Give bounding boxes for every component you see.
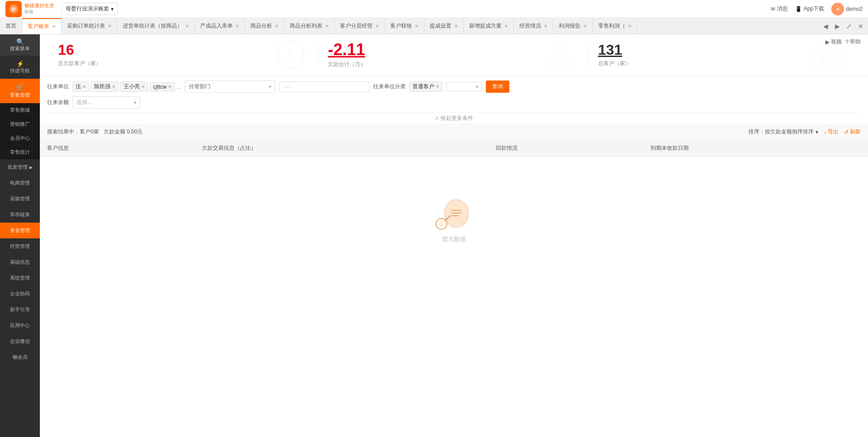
sidebar-item-retail-stats[interactable]: 零售统计 [0,145,40,159]
tab-promotion-settings[interactable]: 提成设置 ✕ [424,18,464,34]
col-overdue-date: 到期未收款日期 [643,140,868,157]
logo-text: 畅捷通好生意 [24,3,54,9]
sort-selector[interactable]: 排序：按欠款金额倒序排序 ▾ [748,128,818,136]
tab-customer-segment[interactable]: 客户分层经营 ✕ [335,18,385,34]
account-selector[interactable]: 母婴行业演示账套 ▾ [62,3,118,15]
message-btn[interactable]: ✉ 消息 [771,5,788,13]
tab-product-analysis[interactable]: 商品分析 ✕ [245,18,284,34]
search-icon: 🔍 [4,38,36,45]
tab-expand-btn[interactable]: ⤢ [844,21,854,32]
person-select[interactable]: ··· [279,81,369,92]
tab-product-in[interactable]: 产成品入库单 ✕ [195,18,245,34]
export-btn[interactable]: ↓ 导出 [824,128,839,136]
unit-class-chevron-icon: ▾ [476,84,478,89]
tab-customer-contact[interactable]: 客户联络 ✕ [385,18,424,34]
sidebar-item-member[interactable]: 会员中心 [0,131,40,145]
tab-close-icon[interactable]: ✕ [454,24,458,28]
empty-illustration [432,193,477,235]
tab-close-icon[interactable]: ✕ [52,24,56,29]
tab-close-icon[interactable]: ✕ [325,24,329,28]
export-icon: ↓ [824,129,826,135]
logo-icon: 好 [5,1,22,17]
sidebar-item-ecommerce[interactable]: 电商管理 [0,175,40,191]
filter-tag-more-btn[interactable]: ... [177,84,181,90]
tab-scroll-right-btn[interactable]: ▶ [832,21,843,32]
sidebar-item-enterprise-wechat[interactable]: 企业微信 [0,333,40,349]
tab-close-icon[interactable]: ✕ [415,24,418,28]
filter-unit-tags: 伍 ✕ 陈民强 ✕ 王小亮 ✕ cjttcw ✕ ... [72,81,181,92]
filter-tag-cjttcw[interactable]: cjttcw ✕ [150,82,175,91]
query-button[interactable]: 查询 [486,81,509,93]
filter-tag-chen[interactable]: 陈民强 ✕ [91,81,119,92]
total-customers-label: 总欠款客户（家） [58,60,310,67]
collapse-bar[interactable]: ∧ 收起更多条件 [47,112,861,124]
unit-class-select[interactable]: ▾ [446,82,482,91]
filter-row-1: 往来单位 伍 ✕ 陈民强 ✕ 王小亮 ✕ cjttcw [47,81,861,93]
col-repayment: 回款情况 [489,140,643,157]
sidebar-item-inventory[interactable]: 库存核算 [0,207,40,223]
tab-close-all-btn[interactable]: ✕ [855,21,866,32]
filter-tag-wang[interactable]: 王小亮 ✕ [120,81,148,92]
sidebar-item-wholesale-mgmt[interactable]: 批发管理 ▶ [0,159,40,175]
tag-close-icon[interactable]: ✕ [168,84,172,89]
sidebar-item-operations[interactable]: 经营管理 [0,238,40,254]
tab-close-icon[interactable]: ✕ [375,24,379,28]
sidebar-item-system[interactable]: 系统管理 [0,270,40,286]
dept-select[interactable]: 分管部门 ▾ [185,81,275,93]
balance-chevron-icon: ▾ [134,100,136,105]
tab-purchase-order[interactable]: 采购订单统计表 ✕ [62,18,117,34]
results-actions: 排序：按欠款金额倒序排序 ▾ ↓ 导出 ↺ 刷新 [748,128,861,136]
filter-tag-wu[interactable]: 伍 ✕ [72,81,89,92]
tab-close-icon[interactable]: ✕ [108,24,111,28]
tab-close-icon[interactable]: ✕ [628,24,632,28]
sort-chevron-icon: ▾ [815,129,818,135]
tab-close-icon[interactable]: ✕ [185,24,189,28]
app-download-btn[interactable]: 📱 App下载 [795,5,824,13]
sidebar-item-enterprise-collab[interactable]: 企业协同 [0,286,40,302]
stat-total-customers: ¥ 16 总欠款客户（家） [49,43,319,67]
tab-incoming-stats[interactable]: 进货单统计表（按商品） ✕ [117,18,195,34]
sidebar-search[interactable]: 🔍 搜索菜单 [0,34,40,56]
person-more-icon[interactable]: ··· [285,84,289,90]
customers-bg-icon: ¥ [276,40,305,70]
tab-home[interactable]: 首页 [0,18,22,34]
tab-customer-account[interactable]: 客户账本 ✕ [22,18,62,34]
sidebar-item-member-pro[interactable]: 畅会员 [0,349,40,365]
balance-label: 往来余额 [47,99,69,106]
tag-close-icon[interactable]: ✕ [112,84,115,89]
sidebar-item-purchase[interactable]: 采购管理 [0,191,40,207]
results-bar: 搜索结果中，客户0家 欠款金额 0.00元 排序：按欠款金额倒序排序 ▾ ↓ 导… [40,124,868,140]
logo-area: 好 畅捷通好生意 标版 [5,1,54,17]
sidebar-nav-shortcut[interactable]: ⚡ 快捷导航 [0,56,40,79]
tag-close-icon[interactable]: ✕ [82,84,86,89]
tag-close-icon[interactable]: ✕ [141,84,145,89]
tab-close-icon[interactable]: ✕ [504,24,508,28]
sidebar-item-basic[interactable]: 基础信息 [0,254,40,270]
sidebar-item-marketing[interactable]: 营销推广 [0,117,40,131]
sidebar-item-retail-mgmt[interactable]: 🛒 零售管理 [0,79,40,103]
sidebar-item-newbie[interactable]: 新手引导 [0,302,40,318]
tab-close-icon[interactable]: ✕ [275,24,278,28]
unit-label: 往来单位 [47,83,69,90]
tab-business-status[interactable]: 经营情况 ✕ [514,18,553,34]
tag-close-icon[interactable]: ✕ [436,84,439,89]
tab-bar: 首页 客户账本 ✕ 采购订单统计表 ✕ 进货单统计表（按商品） ✕ 产成品入库单… [0,18,868,34]
tab-scroll-left-btn[interactable]: ◀ [820,21,831,32]
refresh-btn[interactable]: ↺ 刷新 [844,128,861,136]
tab-close-icon[interactable]: ✕ [583,24,587,28]
sidebar-item-app-center[interactable]: 应用中心 [0,318,40,333]
tab-close-icon[interactable]: ✕ [235,24,239,28]
svg-text:¥: ¥ [287,47,295,61]
tab-profit-report[interactable]: 利润报告 ✕ [553,18,593,34]
balance-select[interactable]: 选择... ▾ [72,96,140,109]
tab-retail-profit[interactable]: 零售利润（ ✕ [593,18,638,34]
sidebar-item-finance[interactable]: 资金管理 [0,223,40,238]
sidebar-item-retail-mall[interactable]: 零售商城 [0,103,40,117]
filter-tag-normal-customer[interactable]: 普通客户 ✕ [409,81,442,92]
user-avatar[interactable]: d demo2 [831,3,863,15]
tab-close-icon[interactable]: ✕ [544,24,547,28]
avatar: d [831,3,844,15]
app-icon: 📱 [795,6,802,12]
tab-new-promotion[interactable]: 新增提成方案 ✕ [464,18,514,34]
tab-product-analysis-list[interactable]: 商品分析列表 ✕ [284,18,335,34]
